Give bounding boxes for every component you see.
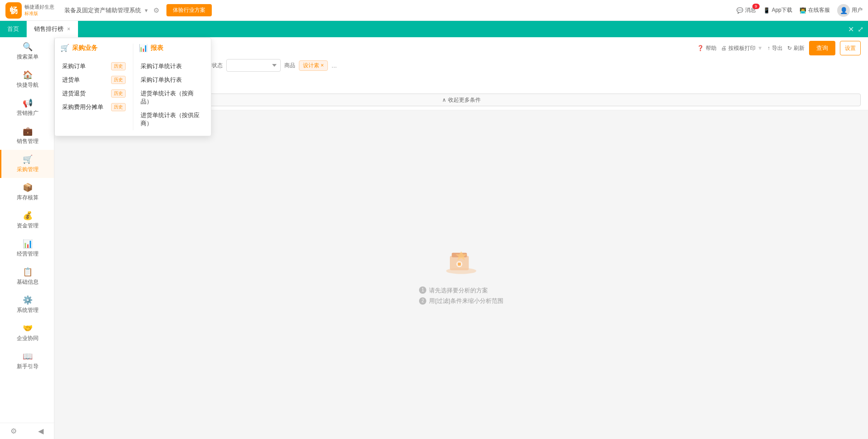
report-col-title: 📊 报表 <box>139 44 206 55</box>
dropdown-item-purchase-order-label: 采购订单 <box>62 62 86 70</box>
report-col-title-text: 报表 <box>151 44 163 52</box>
dropdown-item-incoming[interactable]: 进货单 历史 <box>60 73 127 87</box>
dropdown-item-order-stat[interactable]: 采购订单统计表 <box>139 59 206 73</box>
app-download-btn[interactable]: 📱 App下载 <box>763 6 792 14</box>
dropdown-item-order-exec[interactable]: 采购订单执行表 <box>139 73 206 87</box>
sidebar-item-system-label: 系统管理 <box>17 306 39 314</box>
tab-close-icon[interactable]: × <box>67 26 70 32</box>
sidebar-settings-icon[interactable]: ⚙ <box>10 427 17 435</box>
empty-state: 1 请先选择要分析的方案 2 用[过滤]条件来缩小分析范围 <box>54 110 868 439</box>
finance-icon: 💰 <box>23 211 33 221</box>
home-icon: 🏠 <box>23 70 33 80</box>
sidebar-collapse-icon[interactable]: ◀ <box>38 427 44 435</box>
system-settings-icon[interactable]: ⚙ <box>153 6 159 15</box>
purchase-col-title: 🛒 采购业务 <box>60 44 127 55</box>
sidebar-item-finance[interactable]: 💰 资金管理 <box>0 206 54 234</box>
sidebar-item-system[interactable]: ⚙️ 系统管理 <box>0 291 54 319</box>
guide-icon: 📖 <box>23 351 33 361</box>
operation-icon: 📊 <box>23 239 33 249</box>
dropdown-item-purchase-order-history[interactable]: 历史 <box>111 62 126 70</box>
print-icon: 🖨 <box>721 45 727 51</box>
marketing-icon: 📢 <box>23 98 33 108</box>
hint-text-2: 用[过滤]条件来缩小分析范围 <box>429 296 503 306</box>
empty-hints: 1 请先选择要分析的方案 2 用[过滤]条件来缩小分析范围 <box>419 285 503 306</box>
tab-close-all-icon[interactable]: ✕ <box>848 25 854 34</box>
sidebar-item-marketing[interactable]: 📢 营销推广 <box>0 94 54 122</box>
message-btn[interactable]: 💬 消息 9 <box>736 6 756 14</box>
sidebar: 🔍 搜索菜单 🏠 快捷导航 📢 营销推广 💼 销售管理 🛒 采购管理 📦 库存核… <box>0 37 54 439</box>
service-icon: 👨‍💻 <box>800 7 806 14</box>
collapse-icon: ∧ <box>442 97 446 103</box>
dropdown-item-incoming-supplier[interactable]: 进货单统计表（按供应商） <box>139 109 206 130</box>
tab-home[interactable]: 首页 <box>0 21 27 37</box>
product-tag-text: 设计素 × <box>303 62 324 69</box>
refresh-btn[interactable]: ↻ 刷新 <box>787 44 805 52</box>
dropdown-item-return[interactable]: 进货退货 历史 <box>60 87 127 100</box>
hint-num-1: 1 <box>419 286 426 294</box>
sidebar-item-search-label: 搜索菜单 <box>17 53 39 61</box>
sidebar-bottom: ⚙ ◀ <box>0 423 54 439</box>
hint-text-1: 请先选择要分析的方案 <box>429 285 488 296</box>
app-download-label: App下载 <box>772 6 792 14</box>
settings-btn[interactable]: 设置 <box>840 41 861 55</box>
sidebar-item-purchase[interactable]: 🛒 采购管理 <box>0 150 54 178</box>
tab-sales-rank-label: 销售排行榜 <box>34 25 63 33</box>
system-title-area: 装备及固定资产辅助管理系统 ▼ ⚙ 体验行业方案 <box>60 4 736 16</box>
help-btn[interactable]: ❓ 帮助 <box>697 44 717 52</box>
sidebar-item-inventory-label: 库存核算 <box>17 194 39 202</box>
system-icon: ⚙️ <box>23 295 33 305</box>
product-ellipsis[interactable]: ... <box>332 62 337 69</box>
sidebar-item-search[interactable]: 🔍 搜索菜单 <box>0 37 54 65</box>
sidebar-item-inventory[interactable]: 📦 库存核算 <box>0 178 54 206</box>
collapse-label: 收起更多条件 <box>448 96 481 104</box>
header-right: 💬 消息 9 📱 App下载 👨‍💻 在线客服 👤 用户 <box>736 4 863 17</box>
sidebar-item-quick-nav[interactable]: 🏠 快捷导航 <box>0 65 54 94</box>
user-label: 用户 <box>852 6 863 14</box>
logo-icon: 畅 <box>5 2 22 19</box>
system-title: 装备及固定资产辅助管理系统 <box>64 6 141 15</box>
online-service-btn[interactable]: 👨‍💻 在线客服 <box>800 6 830 14</box>
system-title-arrow[interactable]: ▼ <box>144 8 149 13</box>
product-label: 商品 <box>284 62 295 69</box>
print-btn[interactable]: 🖨 按模板打印 ▼ <box>721 44 763 52</box>
export-icon: ↑ <box>767 45 770 51</box>
tab-sales-rank[interactable]: 销售排行榜 × <box>27 21 78 37</box>
sidebar-item-marketing-label: 营销推广 <box>17 109 39 117</box>
tab-home-label: 首页 <box>7 25 19 33</box>
refresh-icon: ↻ <box>787 45 792 51</box>
logo-badge: 标准版 <box>24 10 54 17</box>
message-badge: 9 <box>752 4 760 9</box>
user-area[interactable]: 👤 用户 <box>837 4 863 17</box>
sidebar-item-basic-label: 基础信息 <box>17 278 39 286</box>
sidebar-item-sales-label: 销售管理 <box>17 138 39 145</box>
sidebar-item-sales[interactable]: 💼 销售管理 <box>0 122 54 150</box>
sidebar-item-guide[interactable]: 📖 新手引导 <box>0 347 54 375</box>
sidebar-item-enterprise[interactable]: 🤝 企业协同 <box>0 319 54 347</box>
refresh-label: 刷新 <box>794 44 805 52</box>
purchase-dropdown-menu: 🛒 采购业务 采购订单 历史 进货单 历史 进货退货 历史 采购费用分摊单 历史 <box>54 38 211 136</box>
industry-btn[interactable]: 体验行业方案 <box>166 4 212 16</box>
dropdown-item-incoming-product[interactable]: 进货单统计表（按商品） <box>139 87 206 109</box>
dropdown-item-cost[interactable]: 采购费用分摊单 历史 <box>60 100 127 114</box>
dropdown-item-cost-history[interactable]: 历史 <box>111 103 126 111</box>
search-btn[interactable]: 查询 <box>809 41 835 55</box>
purchase-col: 🛒 采购业务 采购订单 历史 进货单 历史 进货退货 历史 采购费用分摊单 历史 <box>55 44 133 130</box>
dropdown-item-order-stat-label: 采购订单统计表 <box>141 62 182 70</box>
dropdown-item-purchase-order[interactable]: 采购订单 历史 <box>60 59 127 73</box>
bill-status-select[interactable] <box>226 59 281 72</box>
sidebar-item-operation[interactable]: 📊 经营管理 <box>0 234 54 262</box>
purchase-col-icon: 🛒 <box>60 44 69 52</box>
tab-bar: 首页 销售排行榜 × ✕ ⤢ <box>0 21 868 37</box>
user-avatar: 👤 <box>837 4 850 17</box>
logo-area: 畅 畅捷通好生意 标准版 <box>5 2 60 19</box>
sidebar-item-enterprise-label: 企业协同 <box>17 335 39 342</box>
print-arrow[interactable]: ▼ <box>757 45 763 51</box>
dropdown-item-incoming-history[interactable]: 历史 <box>111 76 126 84</box>
basic-icon: 📋 <box>23 267 33 277</box>
enterprise-icon: 🤝 <box>23 323 33 333</box>
dropdown-item-return-history[interactable]: 历史 <box>111 89 126 98</box>
export-btn[interactable]: ↑ 导出 <box>767 44 783 52</box>
empty-hint-1: 1 请先选择要分析的方案 <box>419 285 503 296</box>
sidebar-item-basic[interactable]: 📋 基础信息 <box>0 262 54 291</box>
tab-expand-icon[interactable]: ⤢ <box>858 25 863 34</box>
